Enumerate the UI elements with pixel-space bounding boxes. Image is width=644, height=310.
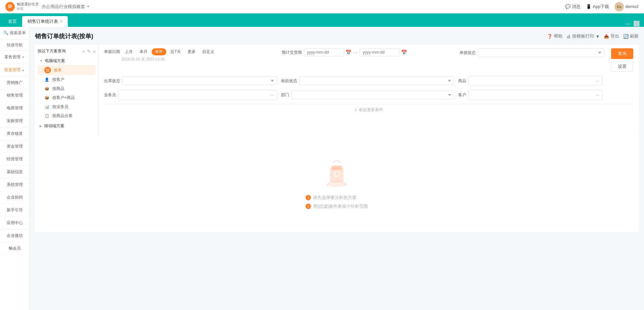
pc-group-label: 电脑端方案 [45,58,65,64]
scheme-mobile-group-header[interactable]: ▶ 移动端方案 [38,122,96,130]
sidebar-search-label: 搜索菜单 [10,31,26,35]
sidebar: 🔍 搜索菜单 快捷导航 零售管理 ▼ 批发管理 ▲ 营销推广 销售管理 电商管理… [0,27,30,310]
sidebar-item-member-label: 畅会员 [9,246,21,251]
refresh-button[interactable]: 🔄 刷新 [623,33,639,39]
sidebar-item-ecommerce[interactable]: 电商管理 [0,102,29,115]
app-download-button[interactable]: 📱 App下载 [586,4,609,10]
scheme-item-by-customer[interactable]: 👤 按客户 [38,75,96,84]
refresh-icon: 🔄 [623,34,629,39]
scheme-active-icon: 按 [44,67,51,73]
date-btn-7days[interactable]: 近7天 [168,48,183,55]
breadcrumb[interactable]: 办公用品行业模拟账套 ▼ [42,4,90,10]
sidebar-item-sales[interactable]: 销售管理 [0,89,29,102]
empty-tip-2-text: 用[过滤]条件来缩小分析范围 [313,203,368,209]
bill-status-select[interactable] [478,48,604,57]
scheme-item-by-customer-goods[interactable]: 📦 按客户+商品 [38,93,96,102]
sidebar-item-corp-collab[interactable]: 企业协同 [0,191,29,204]
sidebar-item-basic-label: 基础信息 [7,169,23,175]
top-bar-right: 💬 消息 📱 App下载 Ea demo2 [565,2,639,11]
top-bar: 好 畅捷通好生意 标版 办公用品行业模拟账套 ▼ 💬 消息 📱 App下载 Ea… [0,0,644,13]
help-button[interactable]: ❓ 帮助 [547,33,562,39]
print-label: 按模板打印 [572,33,594,39]
scheme-item-by-goods-label: 按商品 [52,86,94,92]
print-icon: 🖨 [567,34,571,39]
sidebar-item-purchase-label: 采购管理 [7,118,23,124]
content-area: 销售订单统计表(按单) ❓ 帮助 🖨 按模板打印 ▼ 📤 导出 [30,27,644,310]
print-button[interactable]: 🖨 按模板打印 ▼ [567,33,600,39]
scheme-item-by-goods[interactable]: 📦 按商品 [38,84,96,93]
scheme-panel-label: 按以下方案查询 [38,48,66,54]
date-btn-custom[interactable]: 自定义 [200,48,217,55]
breadcrumb-dropdown-icon[interactable]: ▼ [87,5,90,8]
sidebar-item-inventory-label: 库存核算 [7,131,23,137]
sidebar-item-system[interactable]: 系统管理 [0,178,29,191]
dept-select[interactable] [291,91,454,99]
customer-input[interactable]: ··· [468,90,602,100]
sidebar-item-member[interactable]: 畅会员 [0,242,29,255]
user-name: demo2 [625,4,639,9]
scheme-item-by-category[interactable]: 📋 按商品分类 [38,111,96,120]
date-btn-thisyear[interactable]: 本年 [152,48,166,55]
scheme-edit-icon[interactable]: ✎ [87,49,91,54]
export-button[interactable]: 📤 导出 [604,33,619,39]
salesperson-input[interactable]: ··· [118,90,277,100]
bill-status-label: 单据状态 [460,50,476,56]
tab-home[interactable]: 首页 [3,16,22,27]
expected-start-input[interactable] [304,48,344,56]
expected-date-start: 📅 [304,48,351,56]
by-category-icon: 📋 [44,113,50,119]
date-btn-more[interactable]: 更多 [185,48,198,55]
scheme-item-by-salesperson[interactable]: 📊 按业务员 [38,102,96,111]
scheme-item-by-customer-goods-label: 按客户+商品 [52,95,94,101]
tab-sales-stats[interactable]: 销售订单统计表 × [22,16,68,27]
sidebar-item-operations[interactable]: 经营管理 [0,153,29,166]
sidebar-search[interactable]: 🔍 搜索菜单 [0,27,29,40]
date-btn-thismonth[interactable]: 本月 [137,48,150,55]
minimize-icon[interactable]: — [625,21,631,27]
calendar-end-icon[interactable]: 📅 [401,50,407,55]
message-button[interactable]: 💬 消息 [565,4,581,10]
app-download-icon: 📱 [586,4,591,9]
sidebar-item-corp-collab-label: 企业协同 [7,195,23,200]
sidebar-item-appcenter[interactable]: 应用中心 [0,217,29,229]
pay-status-select[interactable] [299,76,454,85]
collapse-bar[interactable]: ∧ 收起更多条件 [104,104,633,115]
sidebar-item-ecommerce-label: 电商管理 [7,105,23,111]
scheme-item-by-salesperson-label: 按业务员 [52,104,94,110]
print-dropdown-icon: ▼ [595,34,600,39]
calendar-start-icon[interactable]: 📅 [345,50,351,55]
help-icon: ❓ [547,34,552,39]
sidebar-item-inventory[interactable]: 库存核算 [0,127,29,140]
scheme-collapse-icon[interactable]: « [93,49,96,54]
user-profile[interactable]: Ea demo2 [614,2,639,11]
query-button[interactable]: 查询 [611,48,633,59]
filter-row-3: 业务员 ··· 部门 客户 [104,90,633,100]
scheme-panel: 按以下方案查询 + ✎ « ▼ 电脑端方案 按 [35,44,99,136]
goods-input[interactable]: ··· [468,76,602,86]
maximize-icon[interactable]: ⬜ [633,20,640,27]
sidebar-item-wholesale[interactable]: 批发管理 ▲ [0,64,29,76]
scheme-panel-icons: + ✎ « [82,49,96,54]
app-download-label: App下载 [593,4,609,10]
sidebar-item-marketing[interactable]: 营销推广 [0,76,29,89]
sidebar-item-finance[interactable]: 资金管理 [0,140,29,153]
scheme-add-icon[interactable]: + [82,49,85,54]
tab-close-icon[interactable]: × [60,19,62,24]
settings-button[interactable]: 设置 [611,61,633,72]
scheme-item-by-order[interactable]: 按 按单 [38,65,96,75]
quicknav-label: 快捷导航 [7,43,23,47]
scheme-pc-group-header[interactable]: ▼ 电脑端方案 [38,57,96,65]
nav-tabs: 首页 销售订单统计表 × — ⬜ [0,13,644,27]
out-status-select[interactable] [122,76,277,85]
sidebar-item-newguide[interactable]: 新手引导 [0,204,29,217]
sidebar-item-retail[interactable]: 零售管理 ▼ [0,51,29,64]
pay-status-label: 收款状态 [281,78,297,84]
sidebar-item-corpwechat[interactable]: 企业微信 [0,229,29,242]
sidebar-item-basic[interactable]: 基础信息 [0,166,29,178]
sidebar-quicknav[interactable]: 快捷导航 [0,40,29,51]
expected-end-input[interactable] [360,48,400,56]
expected-date-end: 📅 [360,48,407,56]
sidebar-item-purchase[interactable]: 采购管理 [0,115,29,127]
help-label: 帮助 [554,33,562,39]
date-btn-lastmonth[interactable]: 上月 [122,48,136,55]
